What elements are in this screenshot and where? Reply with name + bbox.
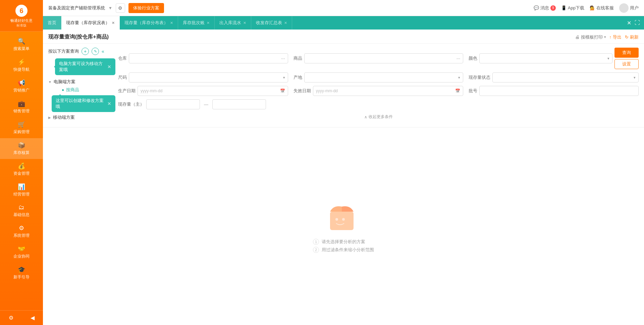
settings-button[interactable]: 设置: [614, 59, 639, 69]
tooltip-close-btn[interactable]: ✕: [107, 64, 111, 69]
tree-arrow-mobile[interactable]: ▶: [48, 116, 51, 119]
origin-select[interactable]: ▾: [304, 72, 464, 83]
scheme-tooltip2-wrap: 这里可以创建和修改方案哦 ✕: [52, 95, 115, 112]
size-select[interactable]: ▾: [129, 72, 288, 83]
main-area: 装备及固定资产辅助管理系统 ▼ ⚙ 体验行业方案 💬 消息 9 📱 App下载 …: [43, 0, 644, 325]
query-button[interactable]: 查询: [614, 48, 639, 58]
tab-inventory-dist[interactable]: 现存量（库存分布表） ✕: [120, 16, 178, 30]
tab-close-all-btn[interactable]: ✕: [627, 20, 631, 26]
message-item[interactable]: 💬 消息 9: [534, 5, 556, 11]
sidebar-item-finance[interactable]: 💰 资金管理: [0, 159, 43, 180]
tab-home[interactable]: 首页: [43, 16, 61, 30]
sidebar-item-label: 资金管理: [13, 171, 30, 176]
refresh-btn[interactable]: ↻ 刷新: [625, 34, 639, 40]
tab-inout-flow[interactable]: 出入库流水 ✕: [215, 16, 251, 30]
batch-input[interactable]: [479, 86, 639, 96]
goods-dots[interactable]: ···: [457, 56, 461, 61]
export-label: 导出: [613, 34, 622, 40]
produce-date-label: 生产日期: [118, 88, 136, 94]
tab-close-batch-account[interactable]: ✕: [207, 21, 210, 25]
tree-item-mobile: ▶ 移动端方案: [48, 113, 115, 121]
svg-point-1: [335, 218, 338, 221]
tree-label-pc[interactable]: 电脑端方案: [54, 79, 75, 85]
sidebar-item-system[interactable]: ⚙ 系统管理: [0, 221, 43, 242]
sidebar-item-label: 销售管理: [13, 108, 30, 114]
produce-date-input[interactable]: yyyy-mm-dd 📅: [138, 86, 288, 96]
user-item[interactable]: 用户: [619, 3, 639, 13]
top-header: 装备及固定资产辅助管理系统 ▼ ⚙ 体验行业方案 💬 消息 9 📱 App下载 …: [43, 0, 644, 16]
export-btn[interactable]: ↑ 导出: [609, 34, 622, 40]
tab-batch-account-label: 库存批次账: [183, 20, 205, 26]
tab-close-inventory-dist[interactable]: ✕: [170, 21, 173, 25]
tab-inventory-dist-label: 现存量（库存分布表）: [124, 20, 168, 26]
tooltip2-close-btn[interactable]: ✕: [107, 101, 111, 106]
system-dropdown-icon[interactable]: ▼: [108, 6, 112, 10]
tree-label-mobile[interactable]: 移动端方案: [53, 114, 75, 120]
enterprise-icon: 🤝: [18, 245, 25, 253]
range-separator: —: [204, 102, 208, 107]
page-actions: 🖨 按模板打印 ▾ ↑ 导出 ↻ 刷新: [575, 34, 639, 40]
expire-date-calendar-icon[interactable]: 📅: [455, 89, 460, 93]
batch-field: 批号: [469, 86, 639, 96]
tab-expand-btn[interactable]: ⛶: [635, 20, 640, 26]
tab-receive-summary[interactable]: 收发存汇总表 ✕: [251, 16, 292, 30]
empty-hint-1: 1 请先选择要分析的方案: [313, 239, 374, 245]
tab-inventory-status[interactable]: 现存量（库存状况表） ✕: [61, 16, 120, 30]
sidebar-item-purchase[interactable]: 🛒 采购管理: [0, 117, 43, 138]
header-right: 💬 消息 9 📱 App下载 💁 在线客服 用户: [534, 3, 639, 13]
produce-date-value: yyyy-mm-dd: [141, 89, 162, 93]
tab-close-inout-flow[interactable]: ✕: [243, 21, 246, 25]
stock-main-to[interactable]: [212, 99, 266, 109]
tree-arrow-pc[interactable]: ▼: [48, 80, 52, 84]
tab-close-receive-summary[interactable]: ✕: [284, 21, 287, 25]
filter-edit-btn[interactable]: ✎: [92, 48, 99, 55]
sidebar-item-inventory[interactable]: 📦 库存核算: [0, 138, 43, 159]
settings-btn[interactable]: ⚙: [9, 315, 13, 321]
scheme-panel: 按以下方案查询 + ✎ « 电脑方案可设为移动方案哦 ✕: [48, 48, 115, 121]
guide-icon: 🎓: [18, 266, 25, 273]
user-label: 用户: [630, 5, 639, 11]
collapse-sidebar-btn[interactable]: ◀: [31, 315, 35, 321]
sidebar-item-enterprise[interactable]: 🤝 企业协同: [0, 242, 43, 263]
stock-main-from[interactable]: [146, 99, 200, 109]
produce-date-calendar-icon[interactable]: 📅: [280, 89, 285, 93]
app-download-item[interactable]: 📱 App下载: [561, 5, 584, 11]
sidebar-item-guide[interactable]: 🎓 新手引导: [0, 263, 43, 283]
warehouse-input[interactable]: ···: [129, 53, 288, 63]
origin-dropdown-icon: ▾: [458, 75, 460, 80]
tree-item-pc: ▼ 电脑端方案: [48, 78, 115, 86]
sidebar-item-sales[interactable]: 💼 销售管理: [0, 97, 43, 117]
stock-status-select[interactable]: ▾: [492, 72, 639, 83]
print-btn[interactable]: 🖨 按模板打印 ▾: [575, 34, 606, 40]
industry-button[interactable]: 体验行业方案: [128, 3, 164, 13]
origin-field: 产地 ▾: [293, 72, 464, 83]
expire-date-input[interactable]: yyyy-mm-dd 📅: [313, 86, 464, 96]
gear-button[interactable]: ⚙: [116, 3, 125, 13]
tab-close-inventory-status[interactable]: ✕: [112, 21, 115, 25]
filter-add-btn[interactable]: +: [82, 48, 89, 55]
collapse-btn[interactable]: ∧ 收起更多条件: [364, 114, 393, 120]
sidebar-item-marketing[interactable]: 📢 营销推广: [0, 76, 43, 97]
message-icon: 💬: [534, 5, 539, 10]
sidebar-item-operations[interactable]: 📊 经营管理: [0, 180, 43, 201]
hint1-num: 1: [313, 239, 319, 245]
hint1-text: 请先选择要分析的方案: [322, 239, 365, 245]
online-service-item[interactable]: 💁 在线客服: [590, 5, 614, 11]
goods-input[interactable]: ···: [304, 53, 464, 63]
sidebar-item-base[interactable]: 🗂 基础信息: [0, 201, 43, 221]
page-header: 现存量查询(按仓库+商品) 🖨 按模板打印 ▾ ↑ 导出 ↻ 刷新: [43, 30, 644, 44]
logo-badge: 标准版: [16, 23, 26, 28]
empty-hint-2: 2 用过滤条件来缩小分析范围: [313, 247, 374, 253]
color-select[interactable]: ▾: [479, 53, 612, 63]
tree-active-indicator: ●: [62, 88, 64, 92]
tree-label-by-goods[interactable]: 按商品: [66, 87, 79, 93]
warehouse-dots[interactable]: ···: [281, 56, 285, 61]
sidebar-item-quick[interactable]: ⚡ 快捷导航: [0, 55, 43, 76]
filter-back-btn[interactable]: «: [102, 49, 104, 54]
sidebar-logo: 6 畅通好好生意 标准版: [0, 0, 43, 32]
filter-tree: ▼ 电脑端方案 ● 按商品: [48, 78, 115, 121]
empty-illustration: [323, 200, 364, 233]
tab-batch-account[interactable]: 库存批次账 ✕: [178, 16, 215, 30]
sales-icon: 💼: [18, 100, 25, 107]
sidebar-item-search[interactable]: 🔍 搜索菜单: [0, 34, 43, 55]
